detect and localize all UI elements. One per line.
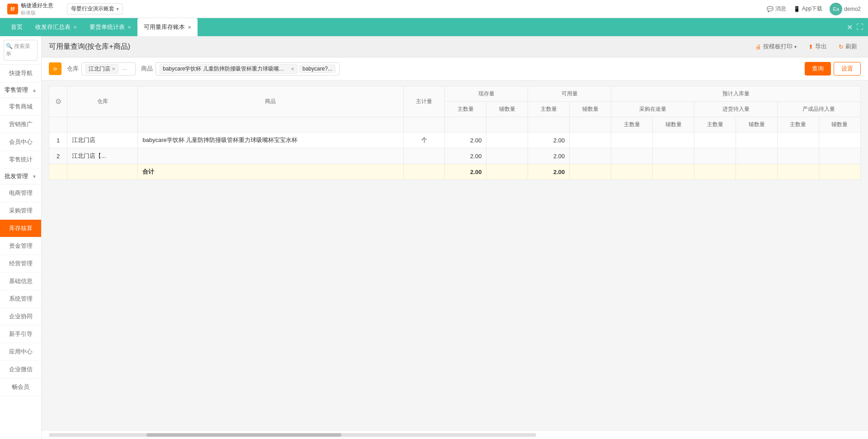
- sidebar-item-wholesale-mgmt[interactable]: 批发管理 ▼: [0, 169, 41, 184]
- filter-action-btns: 查询 设置: [805, 62, 861, 76]
- tab-bar: 首页 收发存汇总表 ✕ 要货单统计表 ✕ 可用量库存账本 ✕ ✕ ⛶: [0, 18, 868, 36]
- message-btn[interactable]: 💬 消息: [767, 5, 786, 13]
- sidebar-item-marketing[interactable]: 营销推广: [0, 116, 41, 133]
- sidebar-item-ops-mgmt[interactable]: 经营管理: [0, 255, 41, 273]
- horizontal-scrollbar[interactable]: [49, 433, 536, 437]
- th-warehouse: 仓库: [67, 86, 138, 117]
- th-incoming-pending: 进货待入量: [694, 102, 778, 117]
- sidebar-item-quick-nav[interactable]: 快捷导航: [0, 65, 41, 82]
- tab-close-order-stats[interactable]: ✕: [127, 25, 131, 30]
- th-settings: ⚙: [49, 86, 67, 117]
- setting-btn[interactable]: 设置: [834, 62, 861, 76]
- sidebar-search-area: 🔍 搜索菜单: [0, 36, 41, 65]
- th-incoming-sub: 辅数量: [736, 117, 778, 132]
- th-stock-main-qty: 主数量: [445, 102, 486, 117]
- th-purchase-sub: 辅数量: [653, 117, 694, 132]
- top-header: 好 畅捷通好生意 标准版 母婴行业演示账套 ▾ 💬 消息 📱 App下载 Ea …: [0, 0, 868, 18]
- chevron-down-icon: ▾: [116, 6, 119, 12]
- chevron-up-icon: ▲: [32, 88, 37, 93]
- logo-icon: 好: [7, 4, 18, 14]
- th-available-main-qty: 主数量: [528, 102, 570, 117]
- sidebar-item-finance-mgmt[interactable]: 资金管理: [0, 237, 41, 255]
- table-row: 2 江北门店【... 2.00 2.00: [49, 148, 861, 164]
- tab-available-stock[interactable]: 可用量库存账本 ✕: [137, 18, 198, 36]
- message-icon: 💬: [767, 6, 774, 12]
- sidebar-item-app-center[interactable]: 应用中心: [0, 343, 41, 361]
- export-icon: ⬆: [808, 43, 813, 50]
- table-row: 1 江北门店 babycare学饮杯 儿童防摔防撞吸管杯重力球吸嘴杯宝宝水杯 个…: [49, 132, 861, 148]
- sidebar: 🔍 搜索菜单 快捷导航 零售管理 ▲ 零售商城 营销推广 会员中心 零售统计 批…: [0, 36, 42, 439]
- tenant-name: 母婴行业演示账套: [71, 5, 114, 13]
- filter-warehouse-group: 仓库 江北门店 ✕ ···: [67, 62, 136, 76]
- th-incoming-main: 主数量: [694, 117, 736, 132]
- page-header: 可用量查询(按仓库+商品) 🖨 按模板打印 ▾ ⬆ 导出 ↻ 刷新: [42, 36, 868, 57]
- chevron-down-icon-print: ▾: [794, 44, 797, 49]
- product-tag-2: babycare?...: [299, 65, 335, 73]
- sidebar-item-sys-mgmt[interactable]: 系统管理: [0, 290, 41, 308]
- sidebar-item-retail-mall[interactable]: 零售商城: [0, 98, 41, 116]
- tab-close-available-stock[interactable]: ✕: [188, 25, 191, 30]
- top-header-right: 💬 消息 📱 App下载 Ea demo2: [767, 3, 861, 15]
- th-production-sub: 辅数量: [819, 117, 860, 132]
- sidebar-item-inventory-check[interactable]: 库存核算: [0, 220, 41, 237]
- tab-receive-send[interactable]: 收发存汇总表 ✕: [29, 18, 83, 36]
- filter-bar: » 仓库 江北门店 ✕ ··· 商品 babycare学饮杯 儿童防摔防撞吸管杯…: [42, 57, 868, 80]
- page-title: 可用量查询(按仓库+商品): [49, 42, 130, 52]
- th-main-unit: 主计量: [403, 86, 445, 117]
- data-table: ⚙ 仓库 商品 主计量 现存量 可用量 预计入库量 主数量 辅数量 主数量 辅数…: [49, 86, 861, 180]
- sidebar-item-retail-stats[interactable]: 零售统计: [0, 151, 41, 169]
- th-available: 可用量: [528, 86, 611, 102]
- sidebar-search-btn[interactable]: 🔍 搜索菜单: [4, 40, 38, 61]
- chevron-down-icon-wholesale: ▼: [32, 174, 37, 179]
- export-btn[interactable]: ⬆ 导出: [805, 41, 830, 52]
- th-stock-sub-qty: 辅数量: [486, 102, 528, 117]
- warehouse-label: 仓库: [67, 65, 79, 73]
- sidebar-item-member-center[interactable]: 会员中心: [0, 133, 41, 151]
- message-label: 消息: [775, 5, 786, 13]
- query-btn[interactable]: 查询: [805, 62, 831, 76]
- th-available-sub-qty: 辅数量: [570, 102, 611, 117]
- tab-order-stats[interactable]: 要货单统计表 ✕: [83, 18, 137, 36]
- tab-home[interactable]: 首页: [5, 18, 29, 36]
- th-current-stock: 现存量: [445, 86, 528, 102]
- sidebar-item-ecommerce-mgmt[interactable]: 电商管理: [0, 184, 41, 202]
- sidebar-item-retail-mgmt[interactable]: 零售管理 ▲: [0, 82, 41, 98]
- product-tag-1-close[interactable]: ✕: [291, 66, 294, 71]
- tab-expand-btn[interactable]: ⛶: [856, 23, 863, 31]
- tenant-selector[interactable]: 母婴行业演示账套 ▾: [67, 3, 123, 14]
- app-download-btn[interactable]: 📱 App下载: [793, 5, 822, 13]
- refresh-btn[interactable]: ↻ 刷新: [835, 41, 861, 52]
- refresh-icon: ↻: [839, 43, 844, 50]
- column-settings-icon[interactable]: ⚙: [55, 98, 61, 105]
- th-forecast-in: 预计入库量: [611, 86, 861, 102]
- product-label: 商品: [141, 65, 153, 73]
- sidebar-item-enterprise-collab[interactable]: 企业协同: [0, 308, 41, 326]
- phone-icon: 📱: [793, 6, 800, 12]
- sidebar-item-enterprise-wechat[interactable]: 企业微信: [0, 361, 41, 378]
- product-filter-input[interactable]: babycare学饮杯 儿童防摔防撞吸管杯重力球吸嘴杯宝宝水杯 ✕ babyca…: [156, 62, 340, 76]
- page-actions: 🖨 按模板打印 ▾ ⬆ 导出 ↻ 刷新: [752, 41, 861, 52]
- bottom-bar: [42, 430, 868, 439]
- sidebar-item-vip-member[interactable]: 畅会员: [0, 378, 41, 396]
- th-production-pending: 产成品待入量: [777, 102, 860, 117]
- tab-bar-right: ✕ ⛶: [847, 23, 868, 32]
- filter-product-group: 商品 babycare学饮杯 儿童防摔防撞吸管杯重力球吸嘴杯宝宝水杯 ✕ bab…: [141, 62, 340, 76]
- username-label: demo2: [844, 6, 861, 12]
- warehouse-filter-input[interactable]: 江北门店 ✕ ···: [81, 62, 136, 76]
- th-production-main: 主数量: [777, 117, 819, 132]
- sidebar-item-new-user-guide[interactable]: 新手引导: [0, 326, 41, 343]
- logo-text: 畅捷通好生意 标准版: [21, 2, 53, 16]
- print-template-btn[interactable]: 🖨 按模板打印 ▾: [752, 41, 800, 52]
- user-menu[interactable]: Ea demo2: [830, 3, 861, 15]
- sidebar-item-purchase-mgmt[interactable]: 采购管理: [0, 202, 41, 220]
- totals-row: 合计 2.00 2.00: [49, 164, 861, 180]
- filter-expand-btn[interactable]: »: [49, 62, 61, 75]
- table-container: ⚙ 仓库 商品 主计量 现存量 可用量 预计入库量 主数量 辅数量 主数量 辅数…: [42, 80, 868, 430]
- th-product: 商品: [138, 86, 403, 117]
- tab-close-all-btn[interactable]: ✕: [847, 23, 853, 32]
- tab-close-receive-send[interactable]: ✕: [73, 25, 77, 30]
- search-icon: 🔍: [6, 43, 13, 49]
- warehouse-more-btn[interactable]: ···: [120, 66, 129, 72]
- sidebar-item-basic-info[interactable]: 基础信息: [0, 273, 41, 290]
- warehouse-tag-close[interactable]: ✕: [112, 66, 115, 71]
